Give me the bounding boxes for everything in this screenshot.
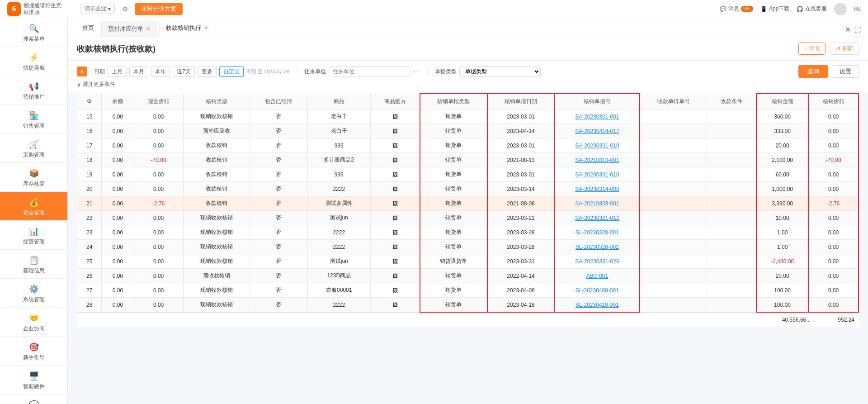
sidebar-item-wechat[interactable]: 💬 企业微信 xyxy=(0,394,67,404)
cell-bill-no-link[interactable]: SA-20230414-017 xyxy=(575,128,619,134)
cell-bill-no[interactable]: SL-20230408-001 xyxy=(554,283,640,298)
cell-receipt-order-no xyxy=(640,167,707,182)
sidebar-item-basic[interactable]: 📋 基础信息 xyxy=(0,250,67,279)
col-bill-no: 核销单报号 xyxy=(554,94,640,109)
sidebar-item-company[interactable]: 🤝 企业协同 xyxy=(0,308,67,337)
tab-home[interactable]: 首页 xyxy=(75,20,101,37)
main-area: 首页 预付冲应付单 ✕ 收款核销执行 ✕ ✕ ⛶ 收款核销执行(按收款) ↑ xyxy=(68,18,868,404)
expand-more-conditions[interactable]: ∨ 展开更多条件 xyxy=(77,81,859,88)
app-download-btn[interactable]: 📱 App下载 xyxy=(760,5,789,13)
tab-close-verify[interactable]: ✕ xyxy=(204,25,208,31)
cell-bill-no-link[interactable]: SL-20230418-001 xyxy=(576,302,619,308)
date-btn-more[interactable]: 更多 xyxy=(198,67,217,77)
cell-goods: 老白干 xyxy=(307,109,370,124)
cell-no: 25 xyxy=(77,254,102,269)
cell-goods: 999 xyxy=(307,167,370,182)
sidebar-item-inventory[interactable]: 📦 库存核算 xyxy=(0,163,67,192)
online-service-btn[interactable]: 🎧 在线客服 xyxy=(797,5,827,13)
cell-cash-discount: 0.00 xyxy=(134,254,183,269)
sidebar-item-operation[interactable]: 📊 经营管理 xyxy=(0,221,67,250)
sidebar-item-guide[interactable]: 🎯 新手引导 xyxy=(0,337,67,366)
cell-receipt-condition xyxy=(707,138,756,153)
cell-bill-no[interactable]: SA-20230414-017 xyxy=(554,124,640,138)
sidebar-item-hardware[interactable]: 🖥️ 智能硬件 xyxy=(0,366,67,394)
query-button[interactable]: 查询 xyxy=(798,65,828,78)
refresh-button[interactable]: ↺ 刷新 xyxy=(830,43,859,55)
cell-cash-discount: 0.00 xyxy=(134,269,183,283)
cell-bill-no-link[interactable]: SA-20210813-001 xyxy=(575,157,619,163)
cell-bill-no[interactable]: SL-20230418-001 xyxy=(554,298,640,313)
cell-bill-no-link[interactable]: SA-20230321-012 xyxy=(575,215,619,221)
tab-verify[interactable]: 收款核销执行 ✕ xyxy=(159,20,215,37)
date-btn-this-month[interactable]: 本月 xyxy=(129,67,148,77)
cell-bill-no[interactable]: SA-20210808-001 xyxy=(554,196,640,211)
cell-bill-no[interactable]: SA-20230321-012 xyxy=(554,211,640,225)
cell-bill-no-link[interactable]: SA-20230301-010 xyxy=(575,143,619,149)
cell-bill-no-link[interactable]: SA-20230301-010 xyxy=(575,171,619,178)
sidebar-item-marketing[interactable]: 📢 营销推广 xyxy=(0,76,67,105)
cell-bill-no[interactable]: SA-20230314-008 xyxy=(554,182,640,196)
cell-verify-type: 现销收款核销 xyxy=(183,225,250,240)
cell-bill-no[interactable]: SA-20230301-001 xyxy=(554,109,640,124)
cell-bill-no[interactable]: SL-20230328-001 xyxy=(554,225,640,240)
cell-bill-no-link[interactable]: SA-20210808-001 xyxy=(575,200,619,207)
cell-no: 22 xyxy=(77,211,102,225)
sidebar-item-sales[interactable]: 🏪 销售管理 xyxy=(0,105,67,134)
cell-bill-no-link[interactable]: ABC-001 xyxy=(586,273,609,279)
sidebar-item-quick[interactable]: ⚡ 快捷导航 xyxy=(0,47,67,76)
message-btn[interactable]: 💬 消息 99+ xyxy=(720,5,753,13)
settings-icon[interactable]: ⚙ xyxy=(118,3,131,15)
company-selector[interactable]: 演示企业 ▾ xyxy=(80,4,115,14)
table-row: 190.000.00收款核销否999🖼销货单2023-03-01SA-20230… xyxy=(77,167,859,182)
sidebar-item-search[interactable]: 🔍 搜索菜单 xyxy=(0,18,67,47)
bill-type-select[interactable]: 单据类型 xyxy=(459,66,541,77)
close-window-icon[interactable]: ✕ xyxy=(845,25,851,34)
cell-bill-no[interactable]: ABC-001 xyxy=(554,269,640,283)
filter-action-btns: 查询 设置 xyxy=(798,65,859,78)
cell-bill-no-link[interactable]: SA-20230314-008 xyxy=(575,186,619,192)
sidebar-item-finance[interactable]: 💰 资金管理 xyxy=(0,192,67,221)
cell-verify-amount: 360.00 xyxy=(756,109,808,124)
export-button[interactable]: ↑ 导出 xyxy=(798,43,826,55)
date-btn-7days[interactable]: 近7天 xyxy=(173,67,195,77)
cell-verify-type: 现销收款核销 xyxy=(183,298,250,313)
sidebar-item-purchase[interactable]: 🛒 采购管理 xyxy=(0,134,67,163)
filter-bar: » 日期 上月 本月 本年 近7天 更多 自定义 不限 至 2023-07-26 xyxy=(68,61,868,93)
user-avatar[interactable] xyxy=(834,3,847,15)
counter-party-input[interactable] xyxy=(329,67,410,76)
cell-bill-no[interactable]: SA-20230301-010 xyxy=(554,138,640,153)
expand-collapse-button[interactable]: » xyxy=(77,67,87,76)
cell-bill-no[interactable]: SA-20230331-026 xyxy=(554,254,640,269)
cell-verify-amount: -2,430.00 xyxy=(756,254,808,269)
cell-bill-no-link[interactable]: SL-20230328-001 xyxy=(576,229,619,236)
table-settings-button[interactable]: 设置 xyxy=(832,65,859,78)
cell-receipt-condition xyxy=(707,211,756,225)
cell-bill-date: 2023-03-21 xyxy=(487,211,555,225)
cell-verify-type: 收款核销 xyxy=(183,138,250,153)
date-btn-custom[interactable]: 自定义 xyxy=(219,67,244,77)
col-gear[interactable]: ⚙ xyxy=(77,94,102,109)
cell-bill-no[interactable]: SA-20210813-001 xyxy=(554,153,640,167)
tab-close-prepay[interactable]: ✕ xyxy=(146,26,151,32)
verify-discount-total: 952.24 xyxy=(838,317,854,323)
cell-balance: 0.00 xyxy=(102,153,134,167)
cell-bill-no-link[interactable]: SA-20230301-001 xyxy=(575,114,619,120)
sidebar-label-basic: 基础信息 xyxy=(23,267,45,275)
cell-bill-no[interactable]: SA-20230301-010 xyxy=(554,167,640,182)
industry-solution-button[interactable]: 休验行业方案 xyxy=(135,3,183,15)
cell-bill-report-type: 销货单 xyxy=(420,153,487,167)
sidebar-item-system[interactable]: ⚙️ 系统管理 xyxy=(0,279,67,308)
cell-bill-no-link[interactable]: SA-20230331-026 xyxy=(575,258,619,265)
cell-bill-no-link[interactable]: SL-20230408-001 xyxy=(576,287,619,294)
maximize-icon[interactable]: ⛶ xyxy=(854,26,861,33)
cell-verify-amount: 1.00 xyxy=(756,225,808,240)
sidebar-icon-quick: ⚡ xyxy=(29,52,39,62)
date-btn-last-month[interactable]: 上月 xyxy=(108,67,127,77)
cell-verify-type: 收款核销 xyxy=(183,167,250,182)
date-btn-this-year[interactable]: 本年 xyxy=(151,67,170,77)
tab-prepay[interactable]: 预付冲应付单 ✕ xyxy=(101,21,157,37)
col-verify-discount: 核销折扣 xyxy=(808,94,859,109)
cell-bill-no-link[interactable]: SL-20230328-002 xyxy=(576,244,619,250)
cell-cash-discount: -2.76 xyxy=(134,196,183,211)
cell-bill-no[interactable]: SL-20230328-002 xyxy=(554,240,640,254)
